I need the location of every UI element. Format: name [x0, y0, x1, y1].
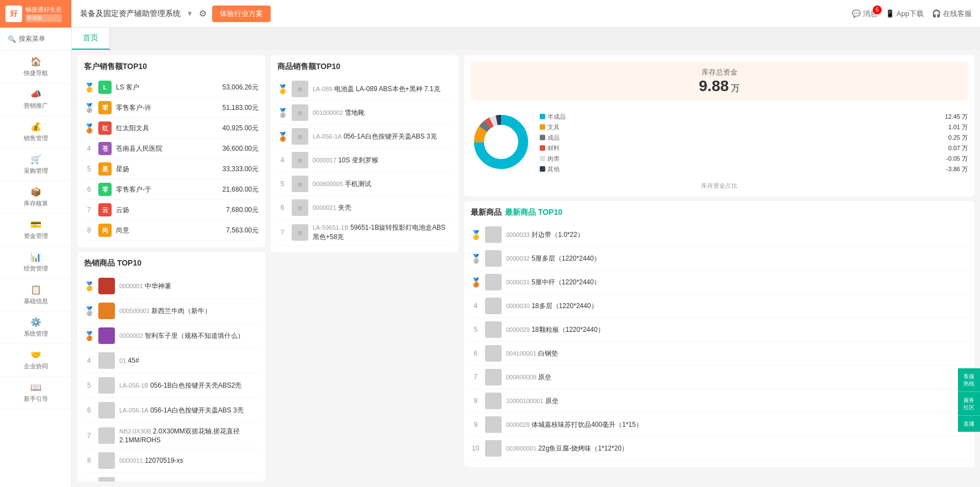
message-icon: 💬	[852, 9, 861, 18]
new-product-item: 🥉 0000031 5厘中纤（1220*2440）	[471, 271, 968, 294]
tab-home[interactable]: 首页	[72, 28, 110, 50]
page-tabs: 首页	[72, 28, 980, 50]
float-btn-service[interactable]: 客服热线	[958, 368, 980, 392]
rank-medal: 🥉	[84, 331, 94, 341]
sidebar-item-finance[interactable]: 💳 资金管理	[0, 214, 71, 246]
sidebar-item-operations[interactable]: 📊 经营管理	[0, 246, 71, 279]
rank-number: 6	[277, 204, 287, 211]
rank-number: 8	[471, 397, 481, 405]
nav-icon-sales: 💰	[30, 121, 41, 132]
legend-name: 肉类	[547, 155, 946, 163]
legend-value: 0.07 万	[949, 144, 968, 152]
sidebar-item-inventory[interactable]: 📦 库存核算	[0, 181, 71, 214]
product-thumbnail	[98, 352, 115, 369]
legend-dot	[540, 114, 545, 119]
new-product-info: 0000032 5厘多层（1220*2440）	[506, 254, 968, 263]
customer-rank-item: 🥉 红 红太阳文具 40,925.00元	[84, 118, 259, 139]
sidebar-item-sales[interactable]: 💰 销售管理	[0, 116, 71, 149]
svg-rect-34	[488, 395, 499, 406]
product-code: 000800008	[506, 374, 536, 380]
sidebar: 好 畅捷通好生意 标准版 🔍 搜索菜单 🏠 快捷导航 📣 营销推广 💰 销售管理…	[0, 0, 72, 487]
product-rank-item: 5 图 000800005 手机测试	[277, 172, 452, 196]
hot-product-item: 7 NB2.0X30B 2.0X30MM双搓花轴.搓花直径2.1MM/ROHS	[84, 423, 259, 448]
sidebar-item-basics[interactable]: 📋 基础信息	[0, 279, 71, 311]
svg-rect-4	[101, 455, 112, 466]
rank-medal: 🥉	[277, 131, 287, 142]
sidebar-item-collaboration[interactable]: 🤝 企业协同	[0, 344, 71, 377]
rank-number: 5	[84, 165, 94, 173]
product-thumbnail	[98, 427, 115, 444]
rank-number: 8	[84, 226, 94, 234]
rank-medal: 🥉	[471, 277, 481, 288]
customer-ranking-card: 客户销售额TOP10 🥇 L LS 客户 53,006.26元 🥈 零 零售客户…	[77, 55, 265, 247]
legend-item: 肉类 -0.05 万	[540, 155, 968, 163]
svg-rect-2	[101, 405, 112, 416]
product-ranking-card: 商品销售额TOP10 🥇 图 LA-089 电池盖 LA-089 ABS本色+黑…	[271, 55, 459, 252]
product-thumbnail	[98, 452, 115, 469]
product-code: 0000021	[313, 204, 336, 211]
nav-icon-inventory: 📦	[30, 187, 41, 197]
float-btn-community[interactable]: 服务社区	[958, 392, 980, 416]
sidebar-item-marketing[interactable]: 📣 营销推广	[0, 83, 71, 116]
nav-icon-system: ⚙️	[30, 317, 41, 327]
trial-btn[interactable]: 体验行业方案	[212, 6, 271, 22]
customer-avatar: 苍	[98, 142, 112, 155]
new-product-info: 0000028 体城嘉枝味苏打饮品400毫升（1*15）	[506, 420, 968, 430]
product-name: 10S 变刹罗猴	[338, 156, 378, 164]
topbar-right: 💬 消息 6 📱 App下载 🎧 在线客服	[852, 9, 972, 19]
sidebar-search[interactable]: 🔍 搜索菜单	[0, 28, 71, 51]
rank-medal: 🥇	[84, 281, 94, 292]
new-product-item: 🥇 0000033 封边带（1.0*22）	[471, 223, 968, 247]
service-icon: 🎧	[932, 9, 941, 18]
product-code: 0000011	[119, 457, 143, 464]
sidebar-item-purchase[interactable]: 🛒 采购管理	[0, 149, 71, 181]
legend-value: 12.45 万	[945, 113, 968, 121]
new-product-info: 000800008 原垒	[506, 373, 968, 382]
right-column: 库存总资金 9.88 万	[464, 55, 974, 481]
customer-amount: 33,333.00元	[223, 165, 259, 174]
product-ranking-list: 🥇 图 LA-089 电池盖 LA-089 ABS本色+黑种 7.1克 🥈 图 …	[277, 77, 452, 246]
product-name: 5厘中纤（1220*2440）	[531, 278, 600, 286]
rank-medal: 🥈	[471, 253, 481, 264]
product-code: 0000002	[119, 332, 143, 339]
product-img	[485, 369, 502, 385]
hot-product-info: LA-056-1A 056-1A白色按键开关盖ABS 3壳	[119, 406, 259, 415]
search-menu-btn[interactable]: 🔍 搜索菜单	[6, 32, 66, 46]
legend-item: 材料 0.07 万	[540, 144, 968, 152]
product-code: 000500001	[119, 308, 150, 314]
product-img	[485, 440, 502, 457]
message-btn[interactable]: 💬 消息 6	[852, 9, 877, 19]
sidebar-item-system[interactable]: ⚙️ 系统管理	[0, 311, 71, 344]
app-download-btn[interactable]: 📱 App下载	[886, 9, 924, 19]
settings-icon[interactable]: ⚙	[199, 8, 207, 19]
sidebar-item-quick-nav[interactable]: 🏠 快捷导航	[0, 51, 71, 83]
rank-number: 4	[84, 357, 94, 364]
legend-dot	[540, 156, 545, 161]
customer-amount: 53,006.26元	[223, 83, 259, 92]
product-code: LA-056-1B	[119, 382, 149, 389]
product-name: 花语萌恒温分隔睡袋（厚款）	[161, 481, 247, 482]
svg-text:图: 图	[298, 158, 302, 163]
online-service-btn[interactable]: 🎧 在线客服	[932, 9, 972, 19]
float-btn-live[interactable]: 直播	[958, 416, 980, 432]
inventory-chart-container: 半成品 12.45 万 文具 1.01 万 成品 0.25 万 材料 0.07 …	[471, 106, 968, 179]
legend-dot	[540, 145, 545, 151]
rank-number: 5	[471, 326, 481, 334]
product-img	[485, 416, 502, 433]
product-img: 图	[292, 104, 308, 121]
hot-product-item: 9 KK-SD22110H 花语萌恒温分隔睡袋（厚款）	[84, 473, 259, 481]
customer-avatar: L	[98, 81, 112, 94]
rank-medal: 🥇	[277, 84, 287, 94]
system-name: 装备及固定资产辅助管理系统	[80, 9, 181, 19]
rank-number: 6	[84, 186, 94, 193]
hot-product-item: 4 01 45#	[84, 348, 259, 373]
svg-rect-28	[488, 253, 499, 264]
rank-medal: 🥉	[84, 123, 94, 134]
sidebar-item-guide[interactable]: 📖 新手引导	[0, 377, 71, 409]
customer-avatar: 云	[98, 203, 112, 216]
dropdown-arrow[interactable]: ▼	[186, 9, 193, 18]
customer-name: 零售客户-于	[116, 185, 218, 194]
rank-number: 6	[471, 350, 481, 357]
legend-dot	[540, 166, 545, 172]
customer-amount: 51,183.00元	[223, 103, 259, 113]
